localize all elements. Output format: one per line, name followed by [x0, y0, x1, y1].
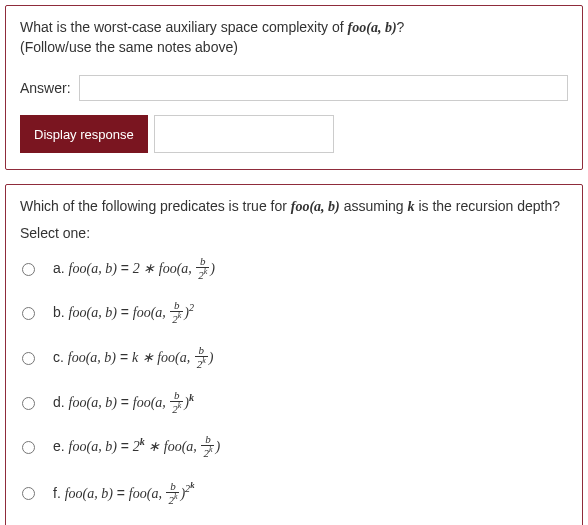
frac-den: 2k: [201, 446, 214, 459]
frac-num: b: [196, 256, 209, 268]
opt-lhs: foo(a, b): [68, 350, 116, 365]
opt-letter: d.: [53, 394, 65, 410]
fraction: b2k: [196, 256, 209, 281]
option-a-text: a. foo(a, b) = 2 ∗ foo(a, b2k): [53, 257, 215, 282]
opt-lhs: foo(a, b): [65, 486, 113, 501]
select-one-label: Select one:: [20, 225, 568, 241]
opt-eq: =: [117, 260, 133, 276]
opt-rhs-pre: k ∗: [132, 350, 157, 365]
option-e[interactable]: e. foo(a, b) = 2k ∗ foo(a, b2k): [20, 425, 568, 470]
option-f[interactable]: f. foo(a, b) = foo(a, b2k)2k: [20, 470, 568, 517]
response-output: [154, 115, 334, 153]
button-row: Display response: [20, 115, 568, 153]
option-b[interactable]: b. foo(a, b) = foo(a, b2k)2: [20, 291, 568, 336]
opt-letter: f.: [53, 485, 61, 501]
frac-num: b: [166, 481, 179, 493]
opt-lhs: foo(a, b): [69, 261, 117, 276]
q2-post: is the recursion depth?: [415, 198, 561, 214]
option-d-text: d. foo(a, b) = foo(a, b2k)k: [53, 391, 194, 416]
frac-den: 2k: [196, 268, 209, 281]
answer-label: Answer:: [20, 80, 71, 96]
option-b-text: b. foo(a, b) = foo(a, b2k)2: [53, 301, 194, 326]
opt-eq: =: [117, 394, 133, 410]
q1-foo-expr: foo(a, b): [348, 20, 397, 35]
q2-pre: Which of the following predicates is tru…: [20, 198, 291, 214]
q1-line1-pre: What is the worst-case auxiliary space c…: [20, 19, 348, 35]
opt-lhs: foo(a, b): [69, 439, 117, 454]
opt-outer-sup: 2k: [185, 483, 194, 494]
opt-rhs-pre: 2k ∗: [133, 439, 164, 454]
option-f-text: f. foo(a, b) = foo(a, b2k)2k: [53, 480, 194, 507]
radio-c[interactable]: [22, 352, 35, 365]
display-response-button[interactable]: Display response: [20, 115, 148, 153]
q1-text: What is the worst-case auxiliary space c…: [20, 18, 568, 57]
frac-num: b: [201, 434, 214, 446]
opt-outer-sup: 2: [189, 303, 194, 314]
opt-eq: =: [113, 485, 129, 501]
opt-letter: e.: [53, 438, 65, 454]
fraction: b2k: [201, 434, 214, 459]
frac-num: b: [170, 390, 183, 402]
opt-rhs-foo: foo(a,: [157, 350, 194, 365]
opt-rhs-foo: foo(a,: [129, 486, 166, 501]
q2-foo-expr: foo(a, b): [291, 199, 340, 214]
question-card-2: Which of the following predicates is tru…: [5, 184, 583, 525]
option-d[interactable]: d. foo(a, b) = foo(a, b2k)k: [20, 381, 568, 426]
opt-lhs: foo(a, b): [69, 395, 117, 410]
q1-line1-post: ?: [397, 19, 405, 35]
opt-eq: =: [117, 304, 133, 320]
opt-letter: b.: [53, 304, 65, 320]
opt-rhs-post: ): [215, 439, 220, 454]
q2-mid: assuming: [340, 198, 408, 214]
options-list: a. foo(a, b) = 2 ∗ foo(a, b2k) b. foo(a,…: [20, 247, 568, 517]
option-c-text: c. foo(a, b) = k ∗ foo(a, b2k): [53, 346, 213, 371]
frac-den: 2k: [170, 312, 183, 325]
opt-rhs-foo: foo(a,: [133, 395, 170, 410]
q2-text: Which of the following predicates is tru…: [20, 197, 568, 217]
opt-letter: c.: [53, 349, 64, 365]
q1-line2: (Follow/use the same notes above): [20, 39, 238, 55]
frac-den: 2k: [166, 493, 179, 506]
fraction: b2k: [195, 345, 208, 370]
question-card-1: What is the worst-case auxiliary space c…: [5, 5, 583, 170]
fraction: b2k: [170, 300, 183, 325]
frac-den: 2k: [195, 357, 208, 370]
fraction: b2k: [170, 390, 183, 415]
radio-f[interactable]: [22, 487, 35, 500]
opt-rhs-post: ): [209, 350, 214, 365]
fraction: b2k: [166, 481, 179, 506]
q2-k: k: [408, 199, 415, 214]
radio-e[interactable]: [22, 441, 35, 454]
radio-b[interactable]: [22, 307, 35, 320]
frac-den: 2k: [170, 402, 183, 415]
opt-rhs-foo: foo(a,: [159, 261, 196, 276]
option-a[interactable]: a. foo(a, b) = 2 ∗ foo(a, b2k): [20, 247, 568, 292]
opt-letter: a.: [53, 260, 65, 276]
opt-lhs: foo(a, b): [69, 305, 117, 320]
opt-outer-sup: k: [189, 392, 194, 403]
option-c[interactable]: c. foo(a, b) = k ∗ foo(a, b2k): [20, 336, 568, 381]
opt-rhs-pre: 2 ∗: [133, 261, 159, 276]
answer-input[interactable]: [79, 75, 568, 101]
radio-d[interactable]: [22, 397, 35, 410]
opt-rhs-post: ): [210, 261, 215, 276]
frac-num: b: [170, 300, 183, 312]
opt-rhs-foo: foo(a,: [164, 439, 201, 454]
radio-a[interactable]: [22, 263, 35, 276]
opt-rhs-foo: foo(a,: [133, 305, 170, 320]
opt-eq: =: [116, 349, 132, 365]
answer-row: Answer:: [20, 75, 568, 101]
option-e-text: e. foo(a, b) = 2k ∗ foo(a, b2k): [53, 435, 220, 460]
opt-eq: =: [117, 438, 133, 454]
